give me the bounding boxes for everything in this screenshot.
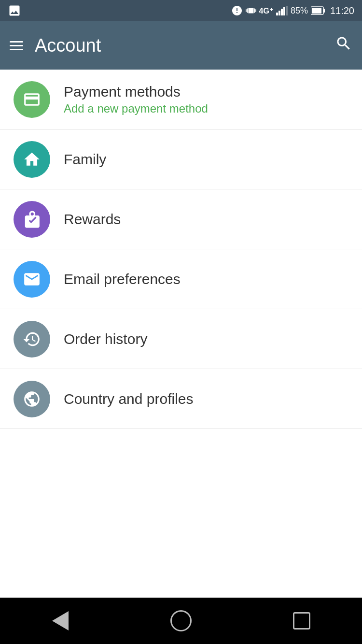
recents-button[interactable] xyxy=(287,606,316,635)
menu-item-country-profiles[interactable]: Country and profiles xyxy=(0,369,362,429)
payment-methods-title: Payment methods xyxy=(64,84,208,100)
mute-icon xyxy=(231,5,243,16)
rewards-icon xyxy=(14,201,50,238)
svg-rect-0 xyxy=(276,13,278,15)
hamburger-menu-button[interactable] xyxy=(10,41,23,50)
app-bar: Account xyxy=(0,21,362,70)
svg-point-8 xyxy=(30,157,33,160)
order-history-title: Order history xyxy=(64,331,147,347)
status-bar-left xyxy=(8,0,21,21)
order-history-icon xyxy=(14,321,50,358)
svg-rect-3 xyxy=(283,7,285,15)
menu-item-family[interactable]: Family xyxy=(0,129,362,189)
family-title: Family xyxy=(64,151,106,168)
home-button[interactable] xyxy=(167,606,195,635)
country-profiles-icon xyxy=(14,381,50,417)
status-bar: 4G⁺ 85% 11:20 xyxy=(0,0,362,21)
country-profiles-title: Country and profiles xyxy=(64,391,193,407)
family-icon xyxy=(14,141,50,178)
photo-icon xyxy=(8,4,21,17)
svg-rect-4 xyxy=(286,6,288,15)
vibrate-icon xyxy=(246,5,256,16)
bottom-nav xyxy=(0,598,362,644)
search-button[interactable] xyxy=(335,35,352,57)
menu-item-order-history[interactable]: Order history xyxy=(0,309,362,369)
status-bar-icons: 4G⁺ 85% 11:20 xyxy=(231,5,354,16)
time: 11:20 xyxy=(330,5,354,16)
rewards-title: Rewards xyxy=(64,211,121,228)
payment-methods-icon xyxy=(14,81,50,118)
menu-item-rewards[interactable]: Rewards xyxy=(0,189,362,249)
svg-rect-2 xyxy=(281,9,283,15)
battery-percent: 85% xyxy=(291,6,308,16)
menu-item-email-preferences[interactable]: Email preferences xyxy=(0,249,362,309)
svg-rect-1 xyxy=(278,11,280,15)
page-title: Account xyxy=(35,35,335,56)
menu-list: Payment methodsAdd a new payment methodF… xyxy=(0,70,362,598)
network-type: 4G⁺ xyxy=(259,6,273,15)
battery-icon xyxy=(311,6,325,15)
signal-icon xyxy=(276,6,288,15)
menu-item-payment-methods[interactable]: Payment methodsAdd a new payment method xyxy=(0,70,362,129)
back-button[interactable] xyxy=(46,606,75,635)
email-preferences-title: Email preferences xyxy=(64,271,181,287)
email-preferences-icon xyxy=(14,261,50,298)
svg-rect-7 xyxy=(312,8,321,14)
svg-rect-6 xyxy=(323,9,325,13)
payment-methods-subtitle: Add a new payment method xyxy=(64,102,208,115)
